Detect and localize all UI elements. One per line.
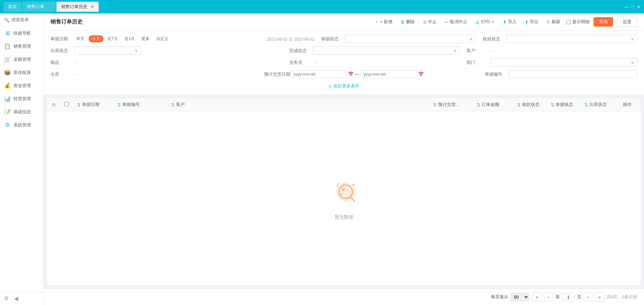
table-section: ⚙ ⇅ 单据日期 ⇅ 单据编号 ⇅ 客户 ⇅ 预计交货. — [47, 98, 641, 285]
show-detail-checkbox-label[interactable]: 显示明细 — [566, 19, 590, 25]
sidebar: 🔍 搜索菜单 ⊞ 快捷导航 📋 销售管理 🛒 采购管理 📦 库存核算 💰 资金管… — [0, 13, 44, 305]
table-gear-icon[interactable]: ⚙ — [47, 102, 60, 107]
order-status-select[interactable]: ∨ — [345, 35, 476, 43]
order-status-label: 单据状态 — [321, 36, 345, 42]
outbound-status-arrow: ∨ — [135, 48, 138, 53]
empty-text: 暂无数据 — [335, 214, 353, 220]
sidebar-item-finance[interactable]: 💰 资金管理 — [0, 79, 43, 92]
calendar-end-icon[interactable]: 📅 — [418, 72, 424, 77]
top-bar: 首页 销售订单 ✕ 销售订单历史 ✕ — □ ✕ — [0, 0, 644, 13]
cancel-stop-button[interactable]: ↩ 取消中止 — [443, 17, 469, 26]
tab-sales-order-history[interactable]: 销售订单历史 ✕ — [56, 2, 99, 12]
show-detail-checkbox[interactable] — [566, 20, 571, 24]
total-info: 共0页，0条记录 — [606, 294, 637, 300]
pagination-bar: 每页显示 10 20 50 100 « ‹ 第 页 › » 共0页，0条记录 — [44, 289, 644, 305]
sort-icon-delivery: ⇅ — [433, 102, 437, 107]
calendar-start-icon[interactable]: 📅 — [348, 72, 353, 77]
salesperson-dots-button[interactable]: ··· — [313, 60, 319, 65]
sidebar-search-label: 搜索菜单 — [11, 17, 29, 23]
date-tab-yesterday[interactable]: 昨天 — [74, 35, 87, 42]
complete-status-label: 完成状态 — [289, 48, 313, 54]
svg-line-2 — [351, 197, 355, 201]
delivery-date-start[interactable] — [290, 70, 347, 78]
sidebar-bottom: ⚙ ◀ — [0, 292, 43, 305]
date-tab-custom[interactable]: 自定义 — [154, 35, 171, 42]
department-arrow: ∨ — [631, 60, 634, 65]
sidebar-item-system[interactable]: ⚙ 系统管理 — [0, 118, 43, 131]
tab-sales-order-close[interactable]: ✕ — [48, 4, 51, 9]
first-page-button[interactable]: « — [532, 292, 542, 302]
operations-icon: 📊 — [4, 96, 11, 102]
filter-section: 单据日期 昨天 今天 近7天 近1月 更多 自定义 2023-06-02 至 2… — [44, 31, 644, 95]
filter-row-1: 单据日期 昨天 今天 近7天 近1月 更多 自定义 2023-06-02 至 2… — [50, 35, 637, 43]
close-window-button[interactable]: ✕ — [637, 4, 641, 9]
delivery-date-end[interactable] — [360, 70, 417, 78]
page-number-input[interactable] — [562, 293, 575, 301]
sidebar-item-operations[interactable]: 📊 经营管理 — [0, 92, 43, 105]
payment-status-select[interactable]: ∨ — [506, 35, 637, 43]
sidebar-item-sales-mgmt[interactable]: 📋 销售管理 — [0, 40, 43, 53]
print-button[interactable]: 🖨 打印 ▼ — [473, 17, 497, 26]
window-controls: — □ ✕ — [625, 4, 641, 9]
refresh-button[interactable]: ↻ 刷新 — [545, 17, 562, 26]
complete-status-select[interactable]: ∨ — [313, 46, 460, 55]
sidebar-search[interactable]: 🔍 搜索菜单 — [0, 13, 43, 27]
customer-dots-button[interactable]: ··· — [490, 48, 497, 53]
delete-button[interactable]: 🗑 删除 — [398, 17, 417, 26]
table-select-all[interactable] — [60, 102, 73, 107]
date-tab-today[interactable]: 今天 — [89, 35, 103, 42]
maximize-button[interactable]: □ — [632, 4, 634, 9]
main-content: 销售订单历史 ＋ + 新增 🗑 删除 ⊘ 中止 ↩ 取消中止 — [44, 13, 644, 305]
date-tab-more[interactable]: 更多 — [139, 35, 152, 42]
filter-date: 单据日期 昨天 今天 近7天 近1月 更多 自定义 — [50, 35, 267, 42]
sidebar-item-operations-label: 经营管理 — [13, 96, 31, 102]
outbound-status-label: 出库状态 — [50, 48, 74, 54]
tab-sales-order-history-close[interactable]: ✕ — [91, 4, 94, 9]
export-button[interactable]: ⬆ 导出 — [523, 17, 541, 26]
department-select[interactable]: ∨ — [490, 58, 637, 67]
date-label: 单据日期 — [50, 36, 74, 42]
minimize-button[interactable]: — — [625, 4, 629, 9]
collapse-filter-button[interactable]: ∧ 收起更多条件 — [50, 82, 637, 90]
date-tab-1month[interactable]: 近1月 — [122, 35, 138, 42]
tab-sales-order-history-label: 销售订单历史 — [61, 4, 87, 10]
search-icon: 🔍 — [4, 17, 9, 23]
col-header-delivery: ⇅ 预计交货... — [429, 102, 473, 108]
sidebar-settings-button[interactable]: ⚙ — [4, 295, 9, 302]
department-label: 部门 — [467, 60, 490, 66]
query-button[interactable]: 查询 — [594, 17, 613, 27]
filter-order-status: 单据状态 ∨ — [321, 35, 476, 43]
next-page-button[interactable]: › — [584, 292, 593, 302]
filter-complete-status: 完成状态 ∨ — [289, 46, 460, 55]
sidebar-collapse-button[interactable]: ◀ — [14, 295, 18, 302]
empty-state: 暂无数据 — [47, 111, 641, 285]
tab-sales-order-label: 销售订单 — [27, 4, 44, 10]
settings-button[interactable]: 设置 — [617, 17, 637, 27]
system-icon: ⚙ — [4, 122, 11, 128]
filter-customer: 客户 ··· — [467, 48, 637, 54]
sidebar-item-basic-info[interactable]: 📝 基础信息 — [0, 105, 43, 118]
per-page-select[interactable]: 10 20 50 100 — [510, 293, 529, 301]
goods-dots-button[interactable]: ··· — [74, 60, 80, 65]
warehouse-dots-button[interactable]: ··· — [74, 72, 80, 77]
col-header-number: ⇅ 单据编号 — [113, 102, 167, 108]
sidebar-item-purchase-mgmt[interactable]: 🛒 采购管理 — [0, 53, 43, 66]
sidebar-item-inventory[interactable]: 📦 库存核算 — [0, 66, 43, 79]
prev-page-button[interactable]: ‹ — [544, 292, 553, 302]
cancel-stop-icon: ↩ — [445, 20, 448, 25]
tab-home[interactable]: 首页 — [3, 2, 22, 12]
tab-sales-order[interactable]: 销售订单 ✕ — [22, 2, 56, 12]
date-tab-7days[interactable]: 近7天 — [105, 35, 121, 42]
add-button[interactable]: ＋ + 新增 — [372, 17, 394, 26]
outbound-status-select[interactable]: ∨ — [74, 46, 141, 55]
filter-outbound-status: 出库状态 ∨ — [50, 46, 289, 55]
sort-icon-status: ⇅ — [551, 102, 554, 107]
sidebar-item-system-label: 系统管理 — [13, 122, 31, 128]
complete-status-arrow: ∨ — [454, 48, 457, 53]
order-number-input[interactable] — [508, 70, 637, 78]
import-button[interactable]: ⬇ 导入 — [501, 17, 519, 26]
last-page-button[interactable]: » — [595, 292, 604, 302]
sidebar-item-quick-nav[interactable]: ⊞ 快捷导航 — [0, 27, 43, 40]
select-all-checkbox[interactable] — [65, 102, 69, 106]
stop-button[interactable]: ⊘ 中止 — [421, 17, 439, 26]
